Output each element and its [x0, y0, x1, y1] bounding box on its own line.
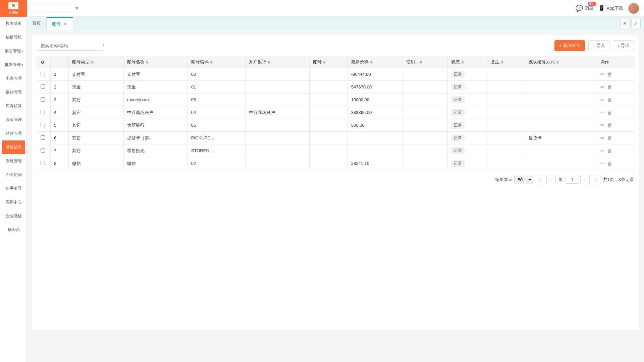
sidebar-item-ops-mgmt[interactable]: 经营管理: [2, 127, 25, 140]
sidebar-item-finance-mgmt[interactable]: 资金管理: [2, 113, 25, 127]
expand-tab-button[interactable]: ⤢: [631, 19, 641, 28]
main-area: ▾ 💬 消息 99+ 📱 App下载 首页账号✕ ✕ ⤢: [27, 0, 644, 362]
edit-icon[interactable]: ✏: [600, 97, 605, 103]
row-checkbox[interactable]: [41, 72, 45, 76]
user-avatar[interactable]: [628, 3, 639, 14]
col-sort-balance[interactable]: 最新余额: [351, 59, 373, 65]
pagination: 每页显示 50 100 200 ⟨⟨ ⟨ 页 ⟩ ⟩⟩ 共1页，8条记录: [37, 170, 634, 186]
search-button[interactable]: 🔍: [100, 41, 104, 50]
col-sort-bank[interactable]: 开户银行: [249, 59, 270, 65]
sidebar-item-purchase-mgmt[interactable]: 采购管理: [2, 85, 25, 99]
col-balance[interactable]: 最新余额: [347, 56, 402, 68]
delete-icon[interactable]: 🗑: [607, 122, 612, 128]
col-sort-name[interactable]: 账号名称: [127, 59, 149, 65]
sidebar-item-wholesale-mgmt[interactable]: 批发管理▾: [2, 58, 25, 72]
add-account-button[interactable]: + 新增账号: [554, 40, 585, 51]
row-checkbox[interactable]: [41, 148, 45, 153]
sidebar-item-enterprise-wechat[interactable]: 企业微信: [2, 209, 25, 223]
col-remark[interactable]: 备注: [487, 56, 525, 68]
sidebar-item-new-guide[interactable]: 新手引导: [2, 182, 25, 195]
tab-account[interactable]: 账号✕: [47, 17, 73, 31]
cell-type: 微信: [69, 157, 124, 170]
col-sort-account[interactable]: 账号: [313, 59, 326, 65]
export-button[interactable]: ↓ 导出: [613, 40, 634, 51]
col-type[interactable]: 账号类型: [69, 56, 124, 68]
prev-page-button[interactable]: ⟨: [546, 175, 556, 184]
row-checkbox[interactable]: [41, 110, 45, 114]
col-name[interactable]: 账号名称: [124, 56, 188, 68]
edit-icon[interactable]: ✏: [600, 122, 605, 128]
delete-icon[interactable]: 🗑: [607, 161, 612, 166]
cell-index: 5: [51, 119, 69, 132]
delete-icon[interactable]: 🗑: [607, 97, 612, 103]
col-sort-type[interactable]: 账号类型: [72, 59, 94, 65]
col-sort-status[interactable]: 状态: [451, 59, 464, 65]
edit-icon[interactable]: ✏: [600, 71, 605, 77]
per-page-select[interactable]: 50 100 200: [514, 176, 533, 184]
table-row: 2现金现金01547670.00正常✏🗑: [37, 81, 634, 94]
tab-close-icon[interactable]: ✕: [63, 22, 67, 26]
delete-icon[interactable]: 🗑: [607, 135, 612, 141]
sidebar-item-retail-mgmt[interactable]: 零售管理▾: [2, 44, 25, 58]
col-default_payment[interactable]: 默认结算方式: [525, 56, 597, 68]
delete-icon[interactable]: 🗑: [607, 110, 612, 115]
app-icon: 📱: [598, 5, 605, 11]
cell-remark: [487, 157, 525, 170]
row-checkbox[interactable]: [41, 84, 45, 89]
sidebar-item-sys-mgmt[interactable]: 系统管理: [2, 154, 25, 168]
table-row: 1支付宝支付宝03-90444.00正常✏🗑: [37, 68, 634, 81]
sidebar-item-basic-info[interactable]: 基础信息: [2, 140, 25, 154]
delete-icon[interactable]: 🗑: [607, 71, 612, 77]
last-page-button[interactable]: ⟩⟩: [591, 175, 600, 184]
table-toolbar: 🔍 + 新增账号 ↑ 导入 ↓ 导出: [37, 40, 634, 51]
page-info: 共1页，8条记录: [603, 177, 634, 183]
cell-action: ✏🗑: [597, 144, 634, 157]
sidebar-item-inventory[interactable]: 库存核算: [2, 99, 25, 113]
logo-subtitle: 乐惠版: [8, 10, 18, 15]
col-sort-default_payment[interactable]: 默认结算方式: [529, 59, 559, 65]
row-checkbox[interactable]: [41, 97, 45, 102]
edit-icon[interactable]: ✏: [600, 135, 605, 141]
import-button[interactable]: ↑ 导入: [588, 40, 609, 51]
sidebar-item-enterprise-agreement[interactable]: 企业协同: [2, 168, 25, 182]
col-sort-usage[interactable]: 使用...: [406, 59, 423, 65]
sidebar-item-quick-nav[interactable]: 快捷导航: [2, 31, 25, 44]
edit-icon[interactable]: ✏: [600, 161, 605, 167]
col-code[interactable]: 账号编码: [187, 56, 246, 68]
cell-remark: [487, 94, 525, 106]
next-page-button[interactable]: ⟩: [580, 175, 590, 184]
sidebar-item-search-menu[interactable]: 搜索菜单: [2, 17, 25, 31]
delete-icon[interactable]: 🗑: [607, 84, 612, 90]
tab-home[interactable]: 首页: [27, 16, 47, 30]
settings-icon[interactable]: ⚙: [41, 60, 45, 65]
row-checkbox[interactable]: [41, 161, 45, 165]
delete-icon[interactable]: 🗑: [607, 148, 612, 154]
search-input[interactable]: [37, 41, 100, 50]
edit-icon[interactable]: ✏: [600, 148, 605, 154]
col-status[interactable]: 状态: [448, 56, 487, 68]
cell-status: 正常: [448, 132, 487, 144]
cell-code: 01: [187, 81, 246, 94]
edit-icon[interactable]: ✏: [600, 110, 605, 116]
row-checkbox[interactable]: [41, 135, 45, 140]
sidebar-item-app-center[interactable]: 应用中心: [2, 195, 25, 209]
row-checkbox[interactable]: [41, 123, 45, 127]
topbar-search-input[interactable]: [32, 4, 72, 12]
col-bank[interactable]: 开户银行: [246, 56, 310, 68]
col-account[interactable]: 账号: [310, 56, 348, 68]
first-page-button[interactable]: ⟨⟨: [536, 175, 545, 184]
cell-bank: [246, 81, 310, 94]
col-sort-remark[interactable]: 备注: [491, 59, 503, 65]
message-button[interactable]: 💬 消息 99+: [576, 5, 593, 12]
sidebar-item-vip[interactable]: 畅会员: [2, 223, 25, 237]
topbar-dropdown-icon[interactable]: ▾: [75, 5, 78, 11]
page-input[interactable]: [566, 176, 579, 184]
close-tab-button[interactable]: ✕: [620, 19, 630, 28]
app-download-button[interactable]: 📱 App下载: [598, 5, 623, 11]
status-badge: 正常: [451, 96, 465, 103]
col-sort-code[interactable]: 账号编码: [191, 59, 213, 65]
sidebar-item-ecommerce-mgmt[interactable]: 电商管理: [2, 72, 25, 85]
col-usage[interactable]: 使用...: [402, 56, 448, 68]
col-settings: ⚙: [37, 56, 51, 68]
edit-icon[interactable]: ✏: [600, 84, 605, 90]
